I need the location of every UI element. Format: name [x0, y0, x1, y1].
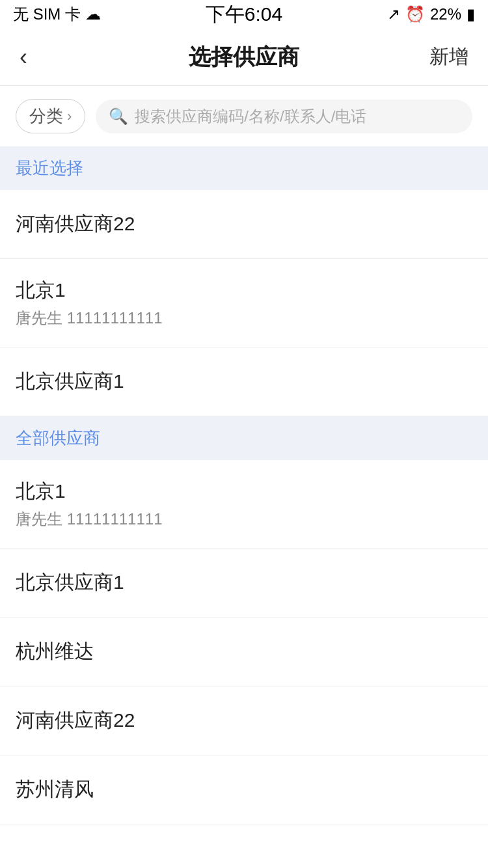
supplier-contact: 唐先生 11111111111	[16, 308, 472, 329]
battery-icon: ▮	[467, 5, 475, 23]
list-item[interactable]: 北京供应商1	[0, 347, 488, 416]
supplier-name: 北京供应商1	[16, 569, 472, 596]
list-item[interactable]: 北京1 唐先生 11111111111	[0, 460, 488, 549]
add-button[interactable]: 新增	[429, 44, 468, 70]
filter-bar: 分类 › 🔍 搜索供应商编码/名称/联系人/电话	[0, 86, 488, 146]
supplier-name: 北京1	[16, 478, 472, 505]
supplier-name: 杭州维达	[16, 638, 472, 665]
alarm-icon: ⏰	[405, 5, 425, 23]
supplier-name: 北京供应商1	[16, 368, 472, 395]
recent-section-label: 最近选择	[16, 158, 83, 178]
status-right: ↗ ⏰ 22% ▮	[387, 5, 475, 23]
supplier-contact: 唐先生 11111111111	[16, 509, 472, 530]
page-title: 选择供应商	[189, 42, 299, 72]
supplier-name: 苏州清风	[16, 776, 472, 803]
status-bar: 无 SIM 卡 ☁ 下午6:04 ↗ ⏰ 22% ▮	[0, 0, 488, 29]
location-icon: ↗	[387, 5, 400, 23]
search-box[interactable]: 🔍 搜索供应商编码/名称/联系人/电话	[96, 100, 472, 133]
list-item[interactable]: 河南供应商22	[0, 686, 488, 755]
supplier-name: 河南供应商22	[16, 707, 472, 734]
sim-status: 无 SIM 卡 ☁	[13, 4, 101, 25]
supplier-name: 河南供应商22	[16, 211, 472, 237]
status-left: 无 SIM 卡 ☁	[13, 4, 101, 25]
list-item[interactable]: 苏州清风	[0, 755, 488, 824]
all-items-list: 北京1 唐先生 11111111111 北京供应商1 杭州维达 河南供应商22 …	[0, 460, 488, 824]
supplier-name: 北京1	[16, 277, 472, 304]
search-icon: 🔍	[109, 107, 128, 126]
status-time: 下午6:04	[206, 1, 282, 28]
all-section-label: 全部供应商	[16, 428, 100, 448]
battery-indicator: 22%	[430, 5, 461, 23]
category-filter-button[interactable]: 分类 ›	[16, 99, 85, 133]
search-placeholder-text: 搜索供应商编码/名称/联系人/电话	[135, 106, 366, 127]
list-item[interactable]: 杭州维达	[0, 617, 488, 686]
recent-section-header: 最近选择	[0, 146, 488, 190]
category-label: 分类	[29, 105, 63, 128]
nav-bar: ‹ 选择供应商 新增	[0, 29, 488, 86]
chevron-right-icon: ›	[67, 108, 72, 125]
list-item[interactable]: 北京供应商1	[0, 549, 488, 617]
back-button[interactable]: ‹	[20, 44, 59, 71]
list-item[interactable]: 河南供应商22	[0, 190, 488, 259]
recent-items-list: 河南供应商22 北京1 唐先生 11111111111 北京供应商1	[0, 190, 488, 416]
all-section-header: 全部供应商	[0, 416, 488, 460]
list-item[interactable]: 北京1 唐先生 11111111111	[0, 259, 488, 347]
